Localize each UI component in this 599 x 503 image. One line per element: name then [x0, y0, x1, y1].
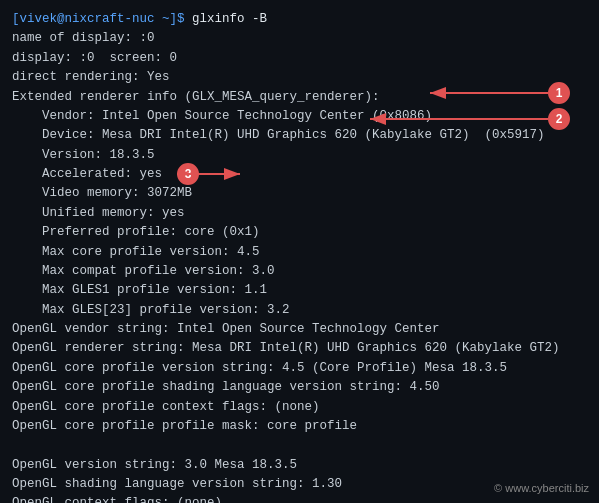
annotation-1: 1 — [548, 82, 570, 104]
watermark: © www.cyberciti.biz — [494, 480, 589, 497]
terminal-line: Vendor: Intel Open Source Technology Cen… — [12, 107, 587, 126]
terminal-line: Max core profile version: 4.5 — [12, 243, 587, 262]
terminal-line: Accelerated: yes — [12, 165, 587, 184]
terminal-line: [vivek@nixcraft-nuc ~]$ glxinfo -B — [12, 10, 587, 29]
terminal-output: [vivek@nixcraft-nuc ~]$ glxinfo -Bname o… — [12, 10, 587, 503]
terminal-line: Max GLES1 profile version: 1.1 — [12, 281, 587, 300]
terminal-line: OpenGL core profile version string: 4.5 … — [12, 359, 587, 378]
terminal-line: Version: 18.3.5 — [12, 146, 587, 165]
terminal-line: OpenGL core profile shading language ver… — [12, 378, 587, 397]
terminal-line: display: :0 screen: 0 — [12, 49, 587, 68]
annotation-3: 3 — [177, 163, 199, 185]
terminal-line: OpenGL core profile context flags: (none… — [12, 398, 587, 417]
terminal-line: Unified memory: yes — [12, 204, 587, 223]
terminal-line: Preferred profile: core (0x1) — [12, 223, 587, 242]
terminal-line: OpenGL version string: 3.0 Mesa 18.3.5 — [12, 456, 587, 475]
terminal-line: name of display: :0 — [12, 29, 587, 48]
empty-line — [12, 436, 587, 455]
terminal-line: Extended renderer info (GLX_MESA_query_r… — [12, 88, 587, 107]
annotation-2: 2 — [548, 108, 570, 130]
terminal-line: Device: Mesa DRI Intel(R) UHD Graphics 6… — [12, 126, 587, 145]
terminal-line: OpenGL core profile profile mask: core p… — [12, 417, 587, 436]
terminal-line: direct rendering: Yes — [12, 68, 587, 87]
terminal-window: [vivek@nixcraft-nuc ~]$ glxinfo -Bname o… — [0, 0, 599, 503]
terminal-line: Max compat profile version: 3.0 — [12, 262, 587, 281]
terminal-line: Max GLES[23] profile version: 3.2 — [12, 301, 587, 320]
terminal-line: OpenGL vendor string: Intel Open Source … — [12, 320, 587, 339]
terminal-line: OpenGL renderer string: Mesa DRI Intel(R… — [12, 339, 587, 358]
terminal-line: Video memory: 3072MB — [12, 184, 587, 203]
